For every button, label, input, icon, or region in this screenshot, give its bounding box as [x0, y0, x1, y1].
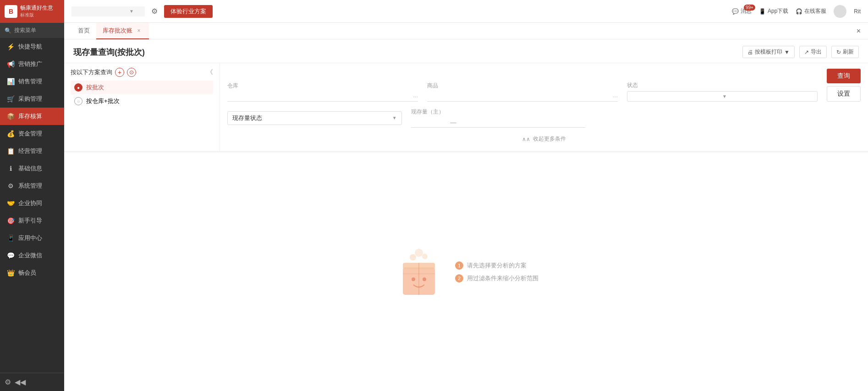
scheme-inactive-icon: ○ [74, 97, 82, 105]
online-service-btn[interactable]: 🎧 在线客服 [796, 7, 826, 15]
sidebar-bottom: ⚙ ◀◀ [0, 373, 64, 391]
sidebar-item-purchase[interactable]: 🛒 采购管理 [0, 90, 64, 108]
product-field: 商品 ··· [427, 82, 618, 102]
app-logo: B [5, 5, 17, 18]
member-icon: 👑 [6, 269, 15, 277]
sidebar-item-member[interactable]: 👑 畅会员 [0, 264, 64, 282]
sidebar-search[interactable]: 🔍 搜索菜单 [0, 23, 64, 38]
status-arrow-icon: ▼ [722, 94, 813, 99]
sidebar-item-operations[interactable]: 📋 经营管理 [0, 142, 64, 160]
svg-point-4 [410, 254, 416, 261]
tab-panel-close-btn[interactable]: × [857, 27, 861, 35]
inventory-qty-min[interactable] [411, 119, 448, 126]
hint-1-number: 1 [455, 261, 463, 270]
chevron-up-icon: ∧∧ [522, 136, 530, 142]
inventory-status-dropdown[interactable]: 现存量状态 ▼ [227, 111, 402, 125]
topbar-gear-icon[interactable]: ⚙ [151, 7, 158, 16]
refresh-icon: ↻ [836, 49, 841, 55]
scheme-by-batch[interactable]: ● 按批次 [71, 81, 213, 94]
inventory-status-field: 现存量状态 ▼ [227, 111, 402, 125]
svg-point-7 [412, 277, 415, 281]
status-label: 状态 [627, 81, 818, 89]
message-btn[interactable]: 💬 消息 99+ [732, 7, 752, 15]
headset-icon: 🎧 [796, 8, 802, 15]
topbar-search-box[interactable]: ▼ [71, 6, 145, 16]
empty-hint-1: 1 请先选择要分析的方案 [455, 261, 538, 270]
warehouse-field: 仓库 ··· [227, 82, 418, 102]
topbar-chevron-icon[interactable]: ▼ [129, 9, 134, 14]
inventory-qty-field: 现存量（主） — [411, 108, 586, 128]
inventory-qty-max[interactable] [459, 119, 496, 126]
product-input[interactable] [427, 93, 613, 100]
collapse-more-section: ∧∧ 收起更多条件 [227, 132, 861, 146]
product-more-btn[interactable]: ··· [613, 93, 618, 100]
topbar-search-input[interactable] [76, 8, 126, 15]
sidebar-item-enterprise[interactable]: 🤝 企业协同 [0, 195, 64, 212]
product-input-wrapper[interactable]: ··· [427, 92, 618, 102]
action-buttons: 查询 设置 [827, 69, 861, 102]
inventory-status-value: 现存量状态 [232, 114, 392, 122]
collapse-btn[interactable]: 《 [207, 68, 213, 76]
range-dash: — [450, 119, 456, 126]
scheme-by-warehouse-batch[interactable]: ○ 按仓库+批次 [71, 94, 213, 108]
export-btn[interactable]: ↗ 导出 [799, 46, 827, 58]
topbar-right: 💬 消息 99+ 📱 App下载 🎧 在线客服 Rit [732, 5, 861, 18]
tab-inventory-batch[interactable]: 库存批次账 × [96, 23, 149, 39]
product-label: 商品 [427, 82, 618, 90]
settings-btn[interactable]: 设置 [827, 86, 861, 102]
scheme-settings-btn[interactable]: ⊙ [127, 68, 136, 77]
sidebar: B 畅康通好生意 标准版 🔍 搜索菜单 ⚡ 快捷导航 📢 营销推广 📊 销售管理… [0, 0, 64, 391]
inventory-status-arrow-icon: ▼ [392, 115, 397, 120]
sidebar-item-basic-info[interactable]: ℹ 基础信息 [0, 160, 64, 177]
status-dropdown[interactable]: ▼ [627, 91, 818, 102]
warehouse-input-wrapper[interactable]: ··· [227, 92, 418, 102]
filter-section: 按以下方案查询 + ⊙ 《 ● 按批次 ○ 按仓库+批次 [64, 63, 868, 152]
system-icon: ⚙ [6, 182, 15, 190]
filter-scheme-panel: 按以下方案查询 + ⊙ 《 ● 按批次 ○ 按仓库+批次 [64, 63, 220, 151]
print-chevron-icon: ▼ [784, 49, 790, 55]
page-content: 现存量查询(按批次) 🖨 按模板打印 ▼ ↗ 导出 ↻ 刷新 [64, 39, 868, 391]
user-avatar[interactable] [834, 5, 846, 18]
page-title: 现存量查询(按批次) [73, 47, 145, 58]
query-btn[interactable]: 查询 [827, 69, 861, 83]
app-center-icon: 📱 [6, 234, 15, 242]
sidebar-item-wechat[interactable]: 💬 企业微信 [0, 247, 64, 264]
sidebar-item-guide[interactable]: 🎯 新手引导 [0, 212, 64, 229]
add-scheme-btn[interactable]: + [115, 68, 124, 77]
app-download-btn[interactable]: 📱 App下载 [759, 7, 788, 15]
sidebar-item-quick-nav[interactable]: ⚡ 快捷导航 [0, 38, 64, 55]
username-label[interactable]: Rit [854, 8, 861, 15]
svg-point-8 [423, 277, 426, 281]
collapse-sidebar-icon[interactable]: ◀◀ [15, 378, 26, 386]
warehouse-more-btn[interactable]: ··· [413, 93, 418, 100]
empty-illustration [394, 244, 444, 299]
refresh-btn[interactable]: ↻ 刷新 [831, 46, 859, 58]
inventory-qty-range: — [411, 118, 586, 128]
collapse-more-btn[interactable]: ∧∧ 收起更多条件 [227, 132, 861, 146]
template-print-btn[interactable]: 🖨 按模板打印 ▼ [742, 46, 795, 58]
settings-gear-icon[interactable]: ⚙ [5, 378, 11, 386]
filter-row-2: 现存量状态 ▼ 现存量（主） — [227, 108, 861, 128]
search-icon: 🔍 [5, 27, 11, 34]
sidebar-menu: ⚡ 快捷导航 📢 营销推广 📊 销售管理 🛒 采购管理 📦 库存核算 💰 资金管… [0, 38, 64, 282]
status-field: 状态 ▼ [627, 81, 818, 102]
sidebar-item-marketing[interactable]: 📢 营销推广 [0, 55, 64, 73]
purchase-icon: 🛒 [6, 95, 15, 103]
filter-header: 按以下方案查询 + ⊙ 《 [71, 68, 213, 77]
sidebar-item-sales[interactable]: 📊 销售管理 [0, 73, 64, 90]
sidebar-item-system[interactable]: ⚙ 系统管理 [0, 177, 64, 195]
page-header: 现存量查询(按批次) 🖨 按模板打印 ▼ ↗ 导出 ↻ 刷新 [64, 39, 868, 63]
tab-home[interactable]: 首页 [71, 23, 96, 39]
warehouse-input[interactable] [227, 93, 413, 100]
scheme-active-icon: ● [74, 83, 82, 92]
sidebar-item-app-center[interactable]: 📱 应用中心 [0, 229, 64, 247]
sidebar-item-finance[interactable]: 💰 资金管理 [0, 125, 64, 142]
hint-2-number: 2 [455, 274, 463, 282]
sidebar-item-inventory[interactable]: 📦 库存核算 [0, 108, 64, 125]
tabs-bar: 首页 库存批次账 × × [64, 23, 868, 39]
guide-icon: 🎯 [6, 217, 15, 225]
tab-close-btn[interactable]: × [135, 27, 143, 34]
trial-btn[interactable]: 体验行业方案 [164, 5, 213, 18]
message-badge: 99+ [744, 5, 755, 11]
inventory-icon: 📦 [6, 112, 15, 120]
